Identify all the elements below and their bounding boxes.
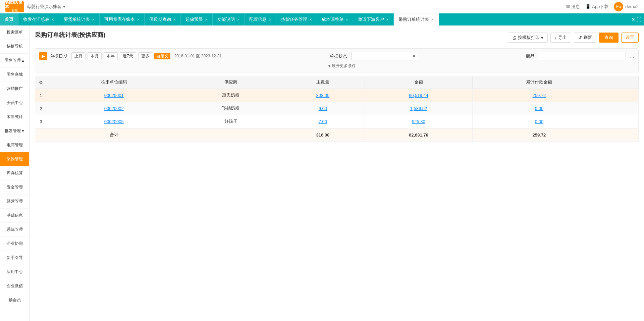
workspace-selector[interactable]: 母婴行业演示账套 ▾ (27, 4, 65, 10)
tab-receive-summary[interactable]: 收发存汇总表 ✕ (18, 13, 59, 25)
tab-home[interactable]: 首页 (0, 13, 18, 25)
sidebar-item-operations-mgmt[interactable]: 经营管理 (0, 195, 29, 209)
chevron-down-icon: ▼ (21, 129, 25, 133)
tab-order-stats[interactable]: 要货单统计表 ✕ (59, 13, 100, 25)
footer-qty: 316.00 (281, 128, 365, 142)
tab-overstock-warning[interactable]: 超储预警 ✕ (181, 13, 213, 25)
sidebar-item-retail-mall[interactable]: 零售商城 (0, 68, 29, 82)
sidebar-item-purchase-mgmt[interactable]: 采购管理 (0, 152, 29, 166)
more-options-icon[interactable]: … (630, 54, 634, 59)
cell-qty[interactable]: 303.00 (281, 89, 365, 102)
sidebar-item-marketing[interactable]: 营销推广 (0, 82, 29, 96)
cell-amount[interactable]: 60,519.44 (365, 89, 473, 102)
th-code: 往来单位编码 (47, 76, 181, 89)
sidebar-item-app-center[interactable]: 应用中心 (0, 265, 29, 279)
status-label: 单据状态 (330, 53, 347, 59)
settings-button[interactable]: 设置 (621, 33, 639, 43)
date-btn-more[interactable]: 更多 (138, 52, 152, 60)
th-qty: 主数量 (281, 76, 365, 89)
close-icon[interactable]: ✕ (237, 18, 239, 21)
footer-label: 合计 (47, 128, 181, 142)
close-icon[interactable]: ✕ (269, 18, 271, 21)
sidebar-item-ecommerce-mgmt[interactable]: 电商管理 (0, 138, 29, 152)
date-range: 2016-01-01 至 2023-12-31 (174, 53, 222, 59)
custom-tag: 自定义 (154, 53, 170, 59)
toggle-filter-button[interactable]: ▶ (39, 52, 47, 60)
cell-index: 2 (35, 102, 47, 115)
table-row: 1 00020001 惠氏奶粉 303.00 60,519.44 259.72 (35, 89, 639, 102)
sidebar-item-enterprise-wechat[interactable]: 企业微信 (0, 279, 29, 293)
close-icon[interactable]: ✕ (137, 18, 140, 21)
export-button[interactable]: ↓ 导出 (550, 33, 572, 43)
sidebar-item-quick-nav[interactable]: 快捷导航 (0, 40, 29, 54)
tab-cost-adjust[interactable]: 成本调整单 ✕ (317, 13, 353, 25)
close-icon[interactable]: ✕ (92, 18, 95, 21)
close-all-icon[interactable]: ✕ (631, 17, 635, 22)
tab-invite-downstream[interactable]: 邀请下游客户 ✕ (353, 13, 394, 25)
cell-paid[interactable]: 0.00 (472, 115, 606, 128)
sidebar-item-system-mgmt[interactable]: 系统管理 (0, 223, 29, 237)
date-btn-this-year[interactable]: 本年 (104, 52, 118, 60)
date-btn-this-month[interactable]: 本月 (88, 52, 102, 60)
cell-qty[interactable]: 6.00 (281, 102, 365, 115)
tab-available-stock[interactable]: 可用量库存账本 ✕ (100, 13, 145, 25)
cell-code[interactable]: 00020001 (47, 89, 181, 102)
print-button[interactable]: 🖨 按模板打印 ▾ (508, 33, 548, 43)
sidebar-item-member-card[interactable]: 畅会员 (0, 293, 29, 307)
expand-more: ▾ 展开更多条件 (50, 63, 634, 69)
date-shortcuts: 上月 本月 本年 近7天 更多 自定义 (71, 52, 170, 60)
maximize-icon[interactable]: ⛶ (637, 17, 641, 22)
sidebar-item-inventory-check[interactable]: 库存核算 (0, 166, 29, 180)
th-settings[interactable]: ⚙ (35, 76, 47, 89)
tab-function-desc[interactable]: 功能说明 ✕ (213, 13, 245, 25)
tab-warranty-query[interactable]: 保质期查询 ✕ (145, 13, 181, 25)
cell-paid[interactable]: 259.72 (472, 89, 606, 102)
user-info[interactable]: Ea demo2 (614, 2, 639, 11)
sidebar-item-wholesale-mgmt[interactable]: 批发管理 ▼ (0, 124, 29, 138)
query-button[interactable]: 查询 (599, 33, 619, 43)
close-icon[interactable]: ✕ (345, 18, 348, 21)
top-bar-left: 畅捷通好生意 标版 母婴行业演示账套 ▾ (5, 1, 65, 12)
close-icon[interactable]: ✕ (431, 18, 434, 21)
close-icon[interactable]: ✕ (205, 18, 208, 21)
refresh-icon: ↺ (578, 35, 582, 40)
cell-paid[interactable]: 0.00 (472, 102, 606, 115)
sidebar-item-enterprise-coop[interactable]: 企业协同 (0, 237, 29, 251)
sidebar-item-member-center[interactable]: 会员中心 (0, 96, 29, 110)
avatar: Ea (614, 2, 623, 11)
expand-more-button[interactable]: ▾ 展开更多条件 (328, 63, 356, 69)
dropdown-arrow-icon: ▾ (541, 35, 543, 40)
cell-code[interactable]: 00020005 (47, 115, 181, 128)
refresh-button[interactable]: ↺ 刷新 (574, 33, 596, 43)
close-icon[interactable]: ✕ (309, 18, 312, 21)
close-icon[interactable]: ✕ (51, 18, 54, 21)
tab-purchase-stats[interactable]: 采购订单统计表 ✕ (394, 13, 439, 25)
sidebar-item-basic-info[interactable]: 基础信息 (0, 209, 29, 223)
cell-index: 3 (35, 115, 47, 128)
sidebar-item-finance-mgmt[interactable]: 资金管理 (0, 180, 29, 195)
sidebar-item-retail-stats[interactable]: 零售统计 (0, 110, 29, 124)
goods-input[interactable] (539, 52, 626, 60)
tab-pick-task[interactable]: 拣货任务管理 ✕ (276, 13, 317, 25)
cell-code[interactable]: 00020002 (47, 102, 181, 115)
cell-qty[interactable]: 7.00 (281, 115, 365, 128)
cell-extra (606, 89, 639, 102)
cell-amount[interactable]: 1,586.52 (365, 102, 473, 115)
date-btn-last-month[interactable]: 上月 (71, 52, 86, 60)
app-download-btn[interactable]: 📱 App下载 (585, 4, 608, 10)
filter-section: ▶ 单据日期 上月 本月 本年 近7天 更多 自定义 2016-01-01 至 … (35, 48, 639, 72)
th-paid: 累计付款金额 (472, 76, 606, 89)
sidebar-item-search-menu[interactable]: 搜索菜单 (0, 25, 29, 40)
status-select[interactable]: ▾ (351, 52, 418, 60)
cell-supplier: 飞鹤奶粉 (181, 102, 281, 115)
app-logo: 畅捷通好生意 标版 (5, 1, 24, 12)
close-icon[interactable]: ✕ (173, 18, 176, 21)
messages-btn[interactable]: ✉ 消息 (566, 4, 580, 10)
sidebar-item-new-guide[interactable]: 新手引导 (0, 251, 29, 265)
cell-amount[interactable]: 525.80 (365, 115, 473, 128)
sidebar-item-retail-mgmt[interactable]: 零售管理 ▲ (0, 54, 29, 68)
tab-config-info[interactable]: 配置信息 ✕ (245, 13, 276, 25)
close-icon[interactable]: ✕ (386, 18, 389, 21)
date-btn-7days[interactable]: 近7天 (120, 52, 136, 60)
main-layout: 搜索菜单 快捷导航 零售管理 ▲ 零售商城 营销推广 会员中心 零售统计 批发管… (0, 25, 644, 321)
